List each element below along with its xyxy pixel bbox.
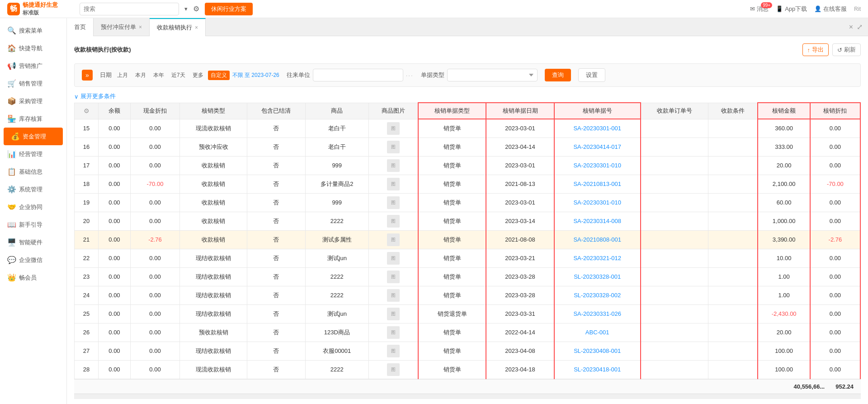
cell-cancel-doc-date: 2023-03-28 [486, 286, 554, 304]
cancel-doc-no-link[interactable]: SA-20230314-008 [573, 218, 621, 224]
cell-cancel-doc-type: 销货单 [418, 360, 486, 379]
app-download-button[interactable]: 📱 App下载 [776, 5, 807, 13]
tab-receipt-cancel-close-icon[interactable]: × [195, 24, 198, 31]
cell-product-img: 图 [368, 193, 418, 212]
col-header-receipt-condition: 收款条件 [708, 103, 758, 119]
filter-date-btn-custom[interactable]: 自定义 [208, 71, 230, 80]
sidebar-item-guide[interactable]: 📖 新手引导 [0, 216, 66, 233]
cell-cancel-type: 现结收款核销 [180, 249, 247, 267]
col-header-cancel-doc-date: 核销单据日期 [486, 103, 554, 119]
sidebar-label-basic-info: 基础信息 [19, 168, 42, 176]
inventory-icon: 🏪 [7, 114, 15, 123]
cancel-doc-no-link[interactable]: SL-20230418-001 [574, 366, 621, 373]
sidebar-item-finance[interactable]: 💰 资金管理 [4, 128, 63, 145]
filter-date-btn-more[interactable]: 更多 [190, 71, 206, 80]
export-button[interactable]: ↑ 导出 [802, 43, 829, 56]
tab-prepay-close-icon[interactable]: × [139, 24, 142, 30]
sidebar-item-purchase[interactable]: 📦 采购管理 [0, 92, 66, 110]
tab-expand-icon[interactable]: ⤢ [857, 23, 863, 31]
cell-product-img: 图 [368, 119, 418, 138]
cell-cancel-discount: 0.00 [810, 323, 860, 342]
sidebar-item-marketing[interactable]: 📢 营销推广 [0, 57, 66, 75]
sidebar-item-wechat[interactable]: 💬 企业微信 [0, 251, 66, 269]
filter-counterpart-input[interactable] [313, 69, 403, 81]
sidebar-item-basic-info[interactable]: 📋 基础信息 [0, 163, 66, 181]
cell-receipt-order-no [641, 267, 708, 286]
system-icon: ⚙️ [7, 185, 15, 194]
cell-cancel-doc-date: 2023-03-21 [486, 249, 554, 267]
sidebar-item-quick-nav[interactable]: 🏠 快捷导航 [0, 39, 66, 57]
filter-setting-button[interactable]: 设置 [578, 68, 605, 82]
filter-date-btn-last-month[interactable]: 上月 [114, 71, 131, 80]
cancel-doc-no-link[interactable]: ABC-001 [585, 329, 609, 336]
sidebar-item-operation[interactable]: 📊 经营管理 [0, 145, 66, 163]
cancel-doc-no-link[interactable]: SA-20230301-010 [573, 199, 621, 206]
cell-product: 老白干 [305, 119, 368, 138]
sidebar-item-smart-hw[interactable]: 🖥️ 智能硬件 [0, 233, 66, 251]
cell-cancel-doc-type: 销货单 [418, 230, 486, 249]
tab-receipt-cancel[interactable]: 收款核销执行 × [150, 18, 206, 36]
sidebar-item-sales[interactable]: 🛒 销售管理 [0, 75, 66, 92]
sidebar-item-inventory[interactable]: 🏪 库存核算 [0, 110, 66, 128]
settings-icon[interactable]: ⚙ [193, 5, 199, 13]
filter-expand-button[interactable]: » [82, 70, 93, 81]
filter-date-btn-7days[interactable]: 近7天 [169, 71, 188, 80]
table-footer: 40,556,66... 952.24 [74, 379, 861, 394]
cell-cancel-type: 现结收款核销 [180, 304, 247, 323]
sidebar-item-enterprise[interactable]: 🤝 企业协同 [0, 198, 66, 216]
cell-receipt-condition [708, 156, 758, 175]
cell-cancel-type: 现结收款核销 [180, 342, 247, 360]
message-button[interactable]: ✉ 消息 99+ [750, 5, 769, 13]
cell-cancel-doc-date: 2021-08-08 [486, 230, 554, 249]
table-settings-icon[interactable]: ⚙ [84, 107, 90, 114]
cancel-doc-no-link[interactable]: SA-20230331-026 [573, 310, 621, 317]
user-name[interactable]: Rit [854, 6, 861, 12]
sidebar-label-smart-hw: 智能硬件 [19, 238, 42, 247]
industry-solution-button[interactable]: 休闲行业方案 [205, 3, 253, 15]
cancel-doc-no-link[interactable]: SA-20230321-012 [573, 255, 621, 261]
sidebar-item-search-menu[interactable]: 🔍 搜索菜单 [0, 22, 66, 39]
cell-cancel-discount: -2.76 [810, 230, 860, 249]
filter-doc-type-select[interactable] [447, 69, 538, 81]
cancel-doc-no-link[interactable]: SA-20210813-001 [573, 181, 621, 187]
tab-home[interactable]: 首页 [67, 18, 94, 36]
cancel-doc-no-link[interactable]: SL-20230328-002 [574, 292, 621, 299]
filter-date-btn-this-year[interactable]: 本年 [151, 71, 167, 80]
cell-cancel-discount: 0.00 [810, 304, 860, 323]
cancel-doc-no-link[interactable]: SA-20230301-001 [573, 125, 621, 132]
search-dropdown-icon[interactable]: ▾ [184, 5, 188, 12]
cell-cancel-discount: 0.00 [810, 119, 860, 138]
cell-cash-discount: 0.00 [130, 156, 180, 175]
filter-date-btn-this-month[interactable]: 本月 [132, 71, 149, 80]
scroll-bar[interactable] [74, 394, 861, 399]
cell-cancel-amount: 10.00 [758, 249, 810, 267]
logo-area: 畅 畅捷通好生意 标准版 [7, 1, 74, 17]
sidebar-item-member[interactable]: 👑 畅会员 [0, 269, 66, 286]
cell-include-settled: 否 [247, 119, 305, 138]
refresh-button[interactable]: ↺ 刷新 [832, 43, 861, 56]
tab-prepay[interactable]: 预付冲应付单 × [94, 18, 150, 36]
cell-cancel-doc-date: 2023-03-28 [486, 267, 554, 286]
online-service-button[interactable]: 👤 在线客服 [814, 5, 847, 13]
expand-more-button[interactable]: ∨ 展开更多条件 [74, 92, 861, 100]
cell-no: 16 [75, 138, 99, 156]
sidebar-item-system[interactable]: ⚙️ 系统管理 [0, 181, 66, 198]
global-search-input[interactable] [80, 3, 179, 15]
cancel-doc-no-link[interactable]: SA-20210808-001 [573, 236, 621, 243]
table-row: 22 0.00 0.00 现结收款核销 否 测试jun 图 销货单 2023-0… [75, 249, 861, 267]
cell-cash-discount: -2.76 [130, 230, 180, 249]
cancel-doc-no-link[interactable]: SL-20230408-001 [574, 347, 621, 354]
cell-cancel-doc-no: ABC-001 [554, 323, 641, 342]
cell-cancel-doc-type: 销货单 [418, 212, 486, 230]
cell-product: 多计量商品2 [305, 175, 368, 193]
cancel-doc-no-link[interactable]: SA-20230414-017 [573, 143, 621, 150]
cell-cancel-doc-no: SL-20230328-002 [554, 286, 641, 304]
cell-no: 19 [75, 193, 99, 212]
tab-close-all-icon[interactable]: × [849, 23, 853, 31]
cancel-doc-no-link[interactable]: SA-20230301-010 [573, 162, 621, 169]
query-button[interactable]: 查询 [545, 69, 571, 81]
cell-cancel-type: 预收款核销 [180, 323, 247, 342]
cancel-doc-no-link[interactable]: SL-20230328-001 [574, 273, 621, 280]
col-header-settings[interactable]: ⚙ [75, 103, 99, 119]
cell-balance: 0.00 [99, 175, 131, 193]
